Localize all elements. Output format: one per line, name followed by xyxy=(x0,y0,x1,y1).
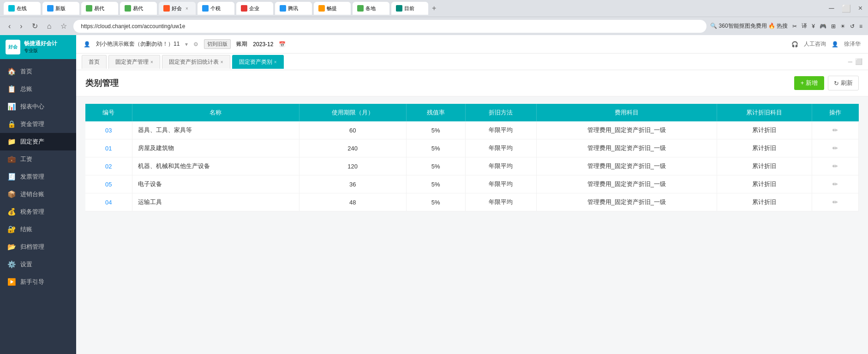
tab-depreciation-stat[interactable]: 固定资产折旧统计表 × xyxy=(162,55,230,69)
app-container: 好会 畅捷通好会计 专业版 🏠 首页 📋 总账 📊 报表中心 🔒 资金管理 xyxy=(0,35,868,354)
tab-close-depreciation-stat[interactable]: × xyxy=(221,60,223,65)
new-tab-button[interactable]: + xyxy=(430,4,438,12)
cell-action-4[interactable]: ✏ xyxy=(812,193,858,211)
menu-icon[interactable]: ≡ xyxy=(859,23,862,30)
browser-tab-t7[interactable]: 企业 xyxy=(236,2,273,15)
tab-close-asset-category[interactable]: × xyxy=(274,60,277,65)
sidebar-item-inventory[interactable]: 📦 进销台账 xyxy=(0,186,76,203)
cell-action-3[interactable]: ✏ xyxy=(812,175,858,193)
reload-button[interactable]: ↻ xyxy=(29,21,41,31)
cell-residual-2: 5% xyxy=(406,157,465,175)
col-header-period: 使用期限（月） xyxy=(299,104,406,121)
browser-tab-t10[interactable]: 各地 xyxy=(353,2,389,15)
tab-asset-category[interactable]: 固定资产类别 × xyxy=(232,55,284,69)
edit-icon-4[interactable]: ✏ xyxy=(832,198,838,206)
edit-icon-2[interactable]: ✏ xyxy=(832,162,838,170)
top-bar-right: 🎧 人工咨询 👤 徐泽华 xyxy=(791,40,861,48)
tab-minimize-icon[interactable]: ─ xyxy=(848,58,852,65)
refresh-icon: ↻ xyxy=(834,80,839,87)
sidebar-item-ledger[interactable]: 📋 总账 xyxy=(0,80,76,98)
browser-tab-t3[interactable]: 易代 xyxy=(81,2,118,15)
sidebar-item-reports[interactable]: 📊 报表中心 xyxy=(0,98,76,115)
cell-accum-1: 累计折旧 xyxy=(717,139,812,157)
home-nav-button[interactable]: ⌂ xyxy=(44,21,54,31)
browser-tab-t5[interactable]: 好会 × xyxy=(159,2,196,15)
settings-gear-icon[interactable]: ⚙ xyxy=(193,41,198,48)
sidebar-item-payroll[interactable]: 💼 工资 xyxy=(0,150,76,168)
cell-period-4: 48 xyxy=(299,193,406,211)
cell-expense-1: 管理费用_固定资产折旧_一级 xyxy=(536,139,717,157)
browser-tab-t9[interactable]: 畅提 xyxy=(314,2,351,15)
cell-expense-4: 管理费用_固定资产折旧_一级 xyxy=(536,193,717,211)
edit-icon-1[interactable]: ✏ xyxy=(832,144,838,152)
browser-tab-t4[interactable]: 易代 xyxy=(120,2,157,15)
calendar-icon[interactable]: 📅 xyxy=(279,41,286,48)
tab-close-fixed-asset-mgmt[interactable]: × xyxy=(150,60,153,65)
app-tabs-bar: 首页 固定资产管理 × 固定资产折旧统计表 × 固定资产类别 × ─ ⬜ xyxy=(76,54,868,70)
sidebar-item-invoice[interactable]: 🧾 发票管理 xyxy=(0,168,76,186)
logo-icon: 好会 xyxy=(6,40,20,54)
cell-action-0[interactable]: ✏ xyxy=(812,121,858,139)
translate-icon: 译 xyxy=(802,22,807,30)
table-row: 02 机器、机械和其他生产设备 120 5% 年限平均 管理费用_固定资产折旧_… xyxy=(85,157,859,175)
sidebar-item-tax[interactable]: 💰 税务管理 xyxy=(0,203,76,221)
browser-tab-t11[interactable]: 目前 xyxy=(391,2,428,15)
window-maximize-button[interactable]: ⬜ xyxy=(840,4,853,13)
inventory-icon: 📦 xyxy=(7,190,16,198)
sidebar-label-closing: 结账 xyxy=(20,225,32,234)
window-minimize-button[interactable]: ─ xyxy=(827,4,836,12)
sidebar-item-home[interactable]: 🏠 首页 xyxy=(0,63,76,80)
cell-expense-0: 管理费用_固定资产折旧_一级 xyxy=(536,121,717,139)
edit-icon-3[interactable]: ✏ xyxy=(832,180,838,188)
col-header-method: 折旧方法 xyxy=(465,104,536,121)
add-button[interactable]: + 新增 xyxy=(794,76,824,90)
sidebar-item-settings[interactable]: ⚙️ 设置 xyxy=(0,256,76,273)
sidebar-label-fixed-assets: 固定资产 xyxy=(20,138,44,146)
cell-action-1[interactable]: ✏ xyxy=(812,139,858,157)
edit-icon-0[interactable]: ✏ xyxy=(832,126,838,134)
bookmark-button[interactable]: ☆ xyxy=(58,21,70,31)
tab-fixed-asset-mgmt[interactable]: 固定资产管理 × xyxy=(108,55,160,69)
sidebar-item-closing[interactable]: 🔐 结账 xyxy=(0,221,76,238)
cell-residual-3: 5% xyxy=(406,175,465,193)
dropdown-icon[interactable]: ▾ xyxy=(185,41,188,48)
tab-close-t5[interactable]: × xyxy=(186,6,188,11)
username-label: 徐泽华 xyxy=(844,40,861,48)
search-bar: 🔍 360智能抠图免费用 🔥 热搜 xyxy=(710,22,788,30)
fixed-assets-icon: 📁 xyxy=(7,138,16,146)
cell-method-0: 年限平均 xyxy=(465,121,536,139)
window-close-button[interactable]: × xyxy=(856,4,864,12)
sidebar-label-tax: 税务管理 xyxy=(20,208,44,216)
address-input[interactable] xyxy=(73,20,706,33)
tab-depreciation-stat-label: 固定资产折旧统计表 xyxy=(169,58,219,66)
browser-tab-t2[interactable]: 新版 xyxy=(42,2,79,15)
guide-icon: ▶️ xyxy=(7,278,16,286)
cell-residual-4: 5% xyxy=(406,193,465,211)
browser-tab-t8[interactable]: 腾讯 xyxy=(275,2,312,15)
sidebar-item-finance[interactable]: 🔒 资金管理 xyxy=(0,115,76,133)
cell-action-2[interactable]: ✏ xyxy=(812,157,858,175)
sidebar-item-guide[interactable]: ▶️ 新手引导 xyxy=(0,273,76,291)
cell-name-0: 器具、工具、家具等 xyxy=(132,121,299,139)
sidebar-item-fixed-assets[interactable]: 📁 固定资产 xyxy=(0,133,76,150)
forward-button[interactable]: › xyxy=(17,21,25,31)
address-bar: ‹ › ↻ ⌂ ☆ 🔍 360智能抠图免费用 🔥 热搜 ✂ 译 ¥ 🎮 ⊞ ☀ … xyxy=(0,17,868,35)
top-bar: 👤 刘小艳演示账套（勿删勿动！）11 ▾ ⚙ 切到旧版 账期 2023-12 📅… xyxy=(76,35,868,54)
consult-label[interactable]: 人工咨询 xyxy=(804,40,826,48)
tab-home[interactable]: 首页 xyxy=(82,55,107,69)
back-button[interactable]: ‹ xyxy=(6,21,13,31)
browser-tab-t6[interactable]: 个税 xyxy=(198,2,234,15)
user-demo-label: 刘小艳演示账套（勿删勿动！）11 xyxy=(96,40,180,48)
switch-version-button[interactable]: 切到旧版 xyxy=(204,39,231,49)
logo-title: 畅捷通好会计 xyxy=(24,40,57,48)
cell-name-3: 电子设备 xyxy=(132,175,299,193)
browser-tab-t1[interactable]: 在线 xyxy=(4,2,41,15)
sidebar-item-archive[interactable]: 📂 归档管理 xyxy=(0,238,76,256)
tab-expand-icon[interactable]: ⬜ xyxy=(855,58,862,65)
table-container: 编号 名称 使用期限（月） 残值率 折旧方法 费用科目 累计折旧科目 操作 03… xyxy=(76,96,868,219)
refresh-button[interactable]: ↻ 刷新 xyxy=(828,76,859,90)
browser-toolbar-right: 🔍 360智能抠图免费用 🔥 热搜 ✂ 译 ¥ 🎮 ⊞ ☀ ↺ ≡ xyxy=(710,22,862,30)
col-header-name: 名称 xyxy=(132,104,299,121)
cell-name-2: 机器、机械和其他生产设备 xyxy=(132,157,299,175)
col-header-id: 编号 xyxy=(85,104,132,121)
